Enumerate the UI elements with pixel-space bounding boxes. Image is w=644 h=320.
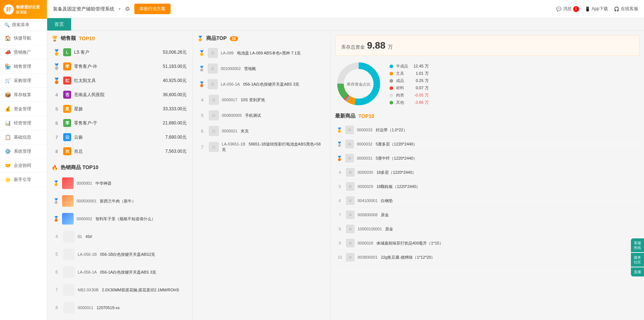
sidebar-item-corp[interactable]: 🤝 企业协同	[0, 159, 47, 173]
dropdown-arrow-icon[interactable]: ▾	[119, 7, 121, 11]
sidebar-item-inventory[interactable]: 📦 库存核算	[0, 88, 47, 102]
legend-value: 0.07 万	[416, 85, 428, 91]
inventory-legend: 半成品 12.45 万 文具 1.01 万 成品 0.25 万 材料 0.07 …	[390, 63, 429, 105]
app-download[interactable]: 📱 App下载	[585, 6, 608, 12]
rank-number: 7	[53, 287, 60, 292]
rank-number: 8	[53, 149, 60, 154]
legend-dot	[390, 94, 393, 97]
latest-product-row: 🥉 G 0000031 5厘中纤（1220*2440）	[335, 151, 640, 165]
rank-number: 8	[337, 227, 343, 231]
hot-product-image	[62, 177, 74, 189]
medal-icon: 🥉	[199, 81, 205, 87]
service-icon: 🎧	[614, 7, 619, 12]
hot-product-code: NB2.0X30B	[78, 288, 98, 292]
product-name: 夹克	[241, 129, 249, 133]
sidebar-item-system[interactable]: ⚙️ 系统管理	[0, 144, 47, 159]
nav-label-corp: 企业协同	[14, 163, 31, 169]
fire-icon: 🔥	[52, 165, 58, 171]
legend-item: 材料 0.07 万	[390, 85, 429, 91]
sidebar-item-basic-info[interactable]: 📋 基础信息	[0, 130, 47, 144]
hot-product-image	[63, 284, 75, 296]
inventory-total: 库存总资金 9.88 万	[335, 35, 640, 56]
page-tabs: 首页	[47, 18, 644, 31]
legend-value: -0.05 万	[414, 93, 428, 98]
sidebar-item-finance[interactable]: 💰 资金管理	[0, 102, 47, 116]
settings-icon[interactable]: ⚙	[125, 5, 130, 12]
latest-product-name: 5厘多层（1220*2440）	[376, 142, 417, 146]
hot-product-info: LA-056-1B 056-1B白色按键开关盖ABS2克	[78, 252, 187, 257]
nav-icon-quick-nav: 🏠	[4, 35, 11, 41]
latest-product-image: G	[345, 154, 354, 163]
latest-product-image: G	[346, 225, 355, 233]
app-icon: 📱	[585, 7, 590, 12]
top-product-row: 🥇 G LA-089 电池盖 LA-089 ABS本色+黑种 7.1克	[197, 45, 326, 61]
product-code: 0000021	[222, 129, 237, 133]
hot-product-row: 9 KK-SD22110H 花语萌恒温分腿睡袋（厚款）	[52, 317, 188, 320]
nav-label-quick-nav: 快捷导航	[14, 35, 31, 41]
legend-dot	[390, 72, 393, 75]
sidebar-item-sales[interactable]: 🏪 销售管理	[0, 60, 47, 74]
rank-number: 4	[53, 92, 60, 98]
rank-number: 10	[337, 255, 343, 259]
product-name: 手机测试	[245, 113, 261, 118]
hot-product-name: 2.0X30MM双搓花轴,搓花直径2.1MM/ROHS	[102, 288, 179, 292]
tab-首页[interactable]: 首页	[47, 18, 71, 30]
latest-product-info: 0000032 5厘多层（1220*2440）	[357, 141, 638, 147]
product-info: LA-089 电池盖 LA-089 ABS本色+黑种 7.1克	[221, 50, 325, 56]
sidebar-item-marketing[interactable]: 📣 营销推广	[0, 45, 47, 60]
hot-product-info: NB2.0X30B 2.0X30MM双搓花轴,搓花直径2.1MM/ROHS	[78, 287, 187, 293]
search-icon: 🔍	[4, 22, 10, 28]
float-service-button[interactable]: 客服 热线	[631, 238, 644, 252]
latest-product-info: 004100001 白钢垫	[358, 198, 638, 204]
product-image: G	[209, 110, 219, 120]
sales-ranking-row: 5 星 星扬 33,333.00元	[52, 102, 188, 116]
rank-badge: 星	[63, 105, 71, 113]
main-area: 装备及固定资产辅助管理系统 ▾ ⚙ 体验行业方案 💬 消息 6 📱 App下载 …	[47, 0, 644, 320]
sales-ranking-row: 6 零 零售客户-于 21,680.00元	[52, 116, 188, 130]
customer-name: LS 客户	[74, 49, 160, 56]
sidebar-nav: 🏠 快捷导航📣 营销推广🏪 销售管理🛒 采购管理📦 库存核算💰 资金管理📊 经营…	[0, 31, 47, 187]
hot-products-header: 🔥 热销商品 TOP10	[52, 164, 188, 171]
medal-icon: 🥇	[53, 180, 59, 186]
latest-product-code: 0000028	[358, 241, 373, 245]
rank-number: 4	[53, 234, 60, 239]
legend-value: 1.01 万	[416, 71, 428, 76]
sidebar-item-operations[interactable]: 📊 经营管理	[0, 116, 47, 130]
latest-product-image: G	[346, 196, 355, 205]
legend-item: 半成品 12.45 万	[390, 63, 429, 69]
search-menu[interactable]: 🔍 搜索菜单	[0, 19, 47, 31]
notifications[interactable]: 💬 消息 6	[556, 6, 579, 12]
rank-number: 5	[53, 106, 60, 112]
hot-product-name: 12070519-xs	[97, 305, 120, 310]
top-product-row: 5 G 000800005 手机测试	[197, 108, 326, 123]
latest-product-image: G	[346, 253, 355, 262]
sales-ranking-row: 8 肖 肖总 7,563.00元	[52, 144, 188, 159]
medal-icon: 🥇	[197, 36, 203, 41]
sales-top-label: TOP10	[79, 36, 95, 41]
hot-product-image	[63, 302, 75, 313]
header-right: 💬 消息 6 📱 App下载 🎧 在线客服	[556, 6, 638, 12]
latest-product-row: 4 G 0000030 18多层（1220*2440）	[335, 165, 640, 180]
hot-product-code: LA-056-1B	[78, 252, 97, 257]
float-service-button[interactable]: 服务 社区	[631, 253, 644, 267]
hot-product-image	[62, 213, 74, 225]
sidebar-item-quick-nav[interactable]: 🏠 快捷导航	[0, 31, 47, 45]
rank-number: 5	[337, 184, 343, 189]
sidebar-item-guide[interactable]: 🌟 新手引导	[0, 173, 47, 187]
product-code: 0000017	[222, 98, 237, 102]
nav-icon-purchase: 🛒	[4, 77, 11, 84]
float-service-button[interactable]: 直播	[631, 267, 644, 276]
sidebar-item-purchase[interactable]: 🛒 采购管理	[0, 74, 47, 88]
nav-icon-operations: 📊	[4, 120, 11, 126]
hot-product-info: 01 45#	[78, 234, 187, 239]
legend-item: 文具 1.01 万	[390, 71, 429, 76]
hot-product-info: 000500001 新西兰牛肉（新牛）	[77, 198, 187, 204]
online-service[interactable]: 🎧 在线客服	[614, 6, 638, 12]
logo-text2: 标准版	[16, 10, 40, 15]
hot-product-code: 01	[78, 234, 82, 239]
nav-label-sales: 销售管理	[14, 63, 31, 70]
product-code: LA-089	[221, 51, 233, 55]
sidebar-logo: 好 畅捷通好生意 标准版	[0, 0, 47, 19]
trial-button[interactable]: 体验行业方案	[134, 4, 171, 14]
latest-product-code: 000800008	[358, 213, 378, 217]
